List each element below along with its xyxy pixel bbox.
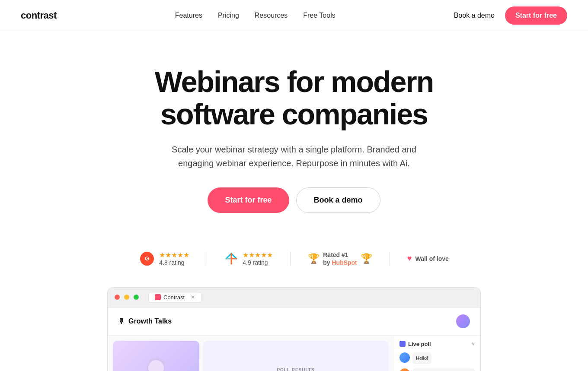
chat-bubble-1: Hello! — [412, 352, 431, 364]
capterra-rating-detail: ★★★★★ 4.9 rating — [243, 251, 273, 266]
g2-score-text: 4.8 rating — [159, 259, 189, 266]
poll-panel: POLL RESULTS Which marketing channel has… — [203, 341, 389, 371]
capterra-stars: ★★★★★ — [243, 251, 273, 259]
nav-pricing[interactable]: Pricing — [218, 12, 239, 19]
browser-frame: Contrast ✕ 🎙 Growth Talks — [107, 287, 481, 371]
hero-cta-buttons: Start for free Book a demo — [120, 187, 468, 213]
browser-content: 🎙 Growth Talks — [108, 308, 480, 371]
nav-resources[interactable]: Resources — [255, 12, 288, 19]
webinar-icon: 🎙 — [118, 317, 125, 325]
window-maximize-dot — [134, 295, 139, 300]
window-close-dot — [115, 295, 120, 300]
g2-rating-detail: ★★★★★ 4.8 rating — [159, 251, 189, 266]
chat-header: Live poll ∨ — [399, 341, 475, 347]
window-minimize-dot — [124, 295, 129, 300]
video-area: POLL RESULTS Which marketing channel has… — [108, 336, 394, 371]
tab-close-icon[interactable]: ✕ — [191, 294, 195, 300]
app-main-area: 🎙 Growth Talks — [108, 308, 480, 371]
rated-by: by HubSpot — [323, 259, 357, 266]
chat-panel-title: Live poll — [399, 341, 431, 347]
chat-avatar-1 — [399, 352, 410, 363]
capterra-logo-icon — [224, 252, 238, 266]
laurel-left-icon: 🏆 — [308, 253, 320, 264]
hubspot-rating: 🏆 Rated #1 by HubSpot 🏆 — [308, 251, 372, 266]
capterra-score-text: 4.9 rating — [243, 259, 273, 266]
chat-bubble-2: Maxim Where're you joining from? We're i… — [412, 368, 475, 371]
g2-rating: G ★★★★★ 4.8 rating — [139, 251, 189, 266]
wall-of-love-label: Wall of love — [415, 255, 448, 262]
nav-book-demo-button[interactable]: Book a demo — [454, 12, 495, 19]
g2-logo-icon: G — [139, 251, 155, 266]
hubspot-rating-text: Rated #1 by HubSpot — [323, 251, 357, 266]
poll-results-label: POLL RESULTS — [211, 368, 380, 371]
tab-favicon-icon — [155, 294, 161, 300]
live-poll-icon — [399, 341, 406, 347]
app-header: 🎙 Growth Talks — [108, 308, 480, 336]
nav-start-free-button[interactable]: Start for free — [505, 6, 567, 25]
capterra-rating: ★★★★★ 4.9 rating — [224, 251, 273, 266]
app-body: POLL RESULTS Which marketing channel has… — [108, 336, 480, 371]
laurel-right-icon: 🏆 — [361, 253, 372, 264]
chat-message-2: Maxim Where're you joining from? We're i… — [399, 368, 475, 371]
g2-stars: ★★★★★ — [159, 251, 189, 259]
nav-free-tools[interactable]: Free Tools — [303, 12, 335, 19]
hero-section: Webinars for modern software companies S… — [99, 31, 489, 251]
browser-tab[interactable]: Contrast ✕ — [148, 292, 201, 303]
speaker-video — [113, 341, 199, 371]
app-preview-section: Contrast ✕ 🎙 Growth Talks — [86, 287, 502, 371]
host-avatar — [456, 314, 470, 328]
navbar: contrast Features Pricing Resources Free… — [0, 0, 588, 31]
logo-text: contrast — [21, 10, 57, 21]
nav-actions: Book a demo Start for free — [454, 6, 567, 25]
divider-2 — [290, 252, 291, 266]
nav-links: Features Pricing Resources Free Tools — [175, 12, 336, 19]
nav-features[interactable]: Features — [175, 12, 202, 19]
chat-sidebar: Live poll ∨ Hello! — [394, 336, 480, 371]
chat-expand-icon[interactable]: ∨ — [471, 341, 475, 347]
heart-icon: ♥ — [407, 254, 412, 263]
divider-3 — [390, 252, 390, 266]
hero-headline: Webinars for modern software companies — [120, 66, 468, 130]
ratings-bar: G ★★★★★ 4.8 rating ★★★★★ 4.9 rating — [0, 251, 588, 287]
app-session-title: 🎙 Growth Talks — [118, 317, 172, 325]
hero-subtext: Scale your webinar strategy with a singl… — [160, 143, 428, 170]
rated-number: Rated #1 — [323, 251, 357, 259]
hero-start-free-button[interactable]: Start for free — [208, 187, 289, 213]
wall-of-love[interactable]: ♥ Wall of love — [407, 254, 449, 263]
chat-message-1: Hello! — [399, 352, 475, 364]
divider-1 — [207, 252, 207, 266]
browser-titlebar: Contrast ✕ — [108, 288, 480, 308]
logo[interactable]: contrast — [21, 10, 57, 21]
hero-book-demo-button[interactable]: Book a demo — [296, 187, 380, 213]
tab-label: Contrast — [163, 294, 185, 301]
chat-avatar-2 — [399, 368, 410, 371]
